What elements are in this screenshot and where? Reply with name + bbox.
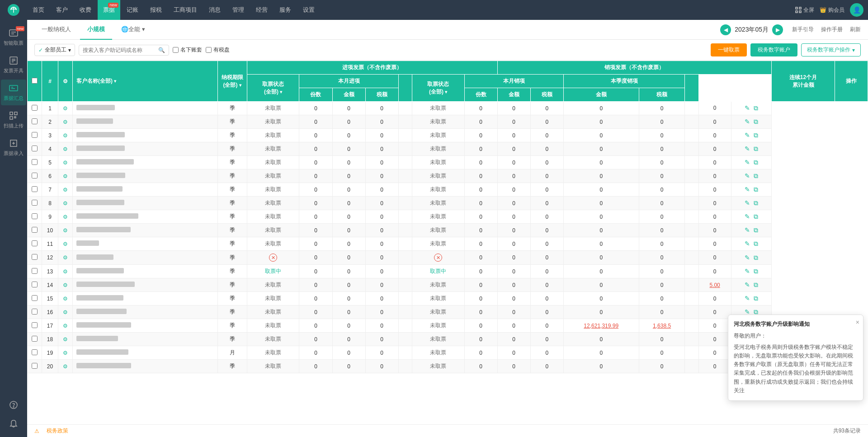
row-settings-icon[interactable]: ⚙ <box>63 200 68 207</box>
nav-manage[interactable]: 管理 <box>227 0 250 20</box>
employee-filter[interactable]: ✓ 全部员工 ▾ <box>34 44 75 56</box>
row-settings-icon[interactable]: ⚙ <box>63 119 68 125</box>
row-checkbox-5[interactable] <box>32 159 38 165</box>
row-settings-icon[interactable]: ⚙ <box>63 227 68 234</box>
row-checkbox-16[interactable] <box>32 309 38 315</box>
select-all-checkbox[interactable] <box>32 78 38 84</box>
sidebar-item-smart-ticket[interactable]: new 智能取票 <box>1 24 26 50</box>
manual-link[interactable]: 操作手册 <box>821 26 843 33</box>
edit-icon[interactable]: ✎ <box>745 159 750 166</box>
refresh-link[interactable]: 刷新 <box>850 26 861 33</box>
edit-icon[interactable]: ✎ <box>745 132 750 139</box>
row-checkbox-13[interactable] <box>32 268 38 274</box>
row-settings-icon[interactable]: ⚙ <box>63 173 68 179</box>
th-period[interactable]: 纳税期限(全部) ▾ <box>217 61 247 102</box>
vip-btn[interactable]: 👑 购会员 <box>820 6 844 14</box>
row-settings-icon[interactable]: ⚙ <box>63 268 68 275</box>
tax-policy-link[interactable]: 税务政策 <box>47 427 68 435</box>
tab-all[interactable]: 🌐 全能 ▾ <box>114 20 152 40</box>
row-checkbox-6[interactable] <box>32 173 38 179</box>
copy-icon[interactable]: ⧉ <box>754 145 758 152</box>
edit-icon[interactable]: ✎ <box>745 199 750 207</box>
row-settings-icon[interactable]: ⚙ <box>63 241 68 247</box>
copy-icon[interactable]: ⧉ <box>754 254 758 261</box>
nav-tickets[interactable]: 票据 new <box>98 0 120 20</box>
row-settings-icon[interactable]: ⚙ <box>63 323 68 329</box>
copy-icon[interactable]: ⧉ <box>754 281 758 288</box>
row-checkbox-12[interactable] <box>32 254 38 260</box>
sidebar-item-entry[interactable]: 票据录入 <box>1 135 26 160</box>
row-settings-icon[interactable]: ⚙ <box>63 336 68 343</box>
edit-icon[interactable]: ✎ <box>745 295 750 302</box>
row-checkbox-2[interactable] <box>32 118 38 124</box>
one-click-btn[interactable]: 一键取票 <box>711 43 747 56</box>
copy-icon[interactable]: ⧉ <box>754 226 758 234</box>
sidebar-item-help[interactable] <box>1 396 26 414</box>
row-settings-icon[interactable]: ⚙ <box>63 132 68 139</box>
notification-close-btn[interactable]: × <box>856 319 859 326</box>
edit-icon[interactable]: ✎ <box>745 213 750 220</box>
copy-icon[interactable]: ⧉ <box>754 240 758 247</box>
sidebar-item-scan[interactable]: 扫描上传 <box>1 107 26 133</box>
row-settings-icon[interactable]: ⚙ <box>63 363 68 370</box>
nav-fees[interactable]: 收费 <box>74 0 97 20</box>
edit-icon[interactable]: ✎ <box>745 186 750 193</box>
row-checkbox-4[interactable] <box>32 146 38 151</box>
user-avatar[interactable]: 👤 <box>850 3 863 17</box>
edit-icon[interactable]: ✎ <box>745 145 750 152</box>
tax-disk-checkbox[interactable]: 有税盘 <box>206 46 230 54</box>
nav-accounting[interactable]: 记账 <box>121 0 144 20</box>
nav-settings[interactable]: 设置 <box>297 0 320 20</box>
row-settings-icon[interactable]: ⚙ <box>63 296 68 302</box>
sidebar-item-notification[interactable] <box>1 415 26 432</box>
copy-icon[interactable]: ⧉ <box>754 118 758 125</box>
row-checkbox-7[interactable] <box>32 186 38 192</box>
copy-icon[interactable]: ⧉ <box>754 132 758 139</box>
copy-icon[interactable]: ⧉ <box>754 213 758 220</box>
th-out-status[interactable]: 取票状态(全部) ▾ <box>412 75 464 102</box>
prev-month-btn[interactable]: ◀ <box>720 24 731 35</box>
row-checkbox-10[interactable] <box>32 227 38 233</box>
edit-icon[interactable]: ✎ <box>745 118 750 125</box>
nav-messages[interactable]: 消息 <box>203 0 226 20</box>
tab-general-taxpayer[interactable]: 一般纳税人 <box>34 20 78 40</box>
row-checkbox-18[interactable] <box>32 336 38 342</box>
tax-disk-check[interactable] <box>206 47 212 53</box>
next-month-btn[interactable]: ▶ <box>772 24 783 35</box>
row-settings-icon[interactable]: ⚙ <box>63 187 68 193</box>
row-checkbox-19[interactable] <box>32 349 38 355</box>
th-in-status[interactable]: 取票状态(全部) ▾ <box>247 75 299 102</box>
nav-customer[interactable]: 客户 <box>51 0 73 20</box>
search-input[interactable] <box>83 47 156 53</box>
tab-small-scale[interactable]: 小规模 <box>80 20 112 40</box>
row-checkbox-3[interactable] <box>32 132 38 138</box>
sidebar-item-summary[interactable]: 票据汇总 <box>1 80 26 105</box>
copy-icon[interactable]: ⧉ <box>754 186 758 193</box>
digital-ops-btn[interactable]: 税务数字账户操作 ▾ <box>801 43 861 56</box>
row-settings-icon[interactable]: ⚙ <box>63 350 68 356</box>
copy-icon[interactable]: ⧉ <box>754 159 758 166</box>
sidebar-item-invoice-issue[interactable]: 发票开具 <box>1 52 26 78</box>
row-settings-icon[interactable]: ⚙ <box>63 160 68 166</box>
row-checkbox-1[interactable] <box>32 105 38 111</box>
row-settings-icon[interactable]: ⚙ <box>63 146 68 152</box>
row-settings-icon[interactable]: ⚙ <box>63 105 68 112</box>
nav-operations[interactable]: 经营 <box>250 0 273 20</box>
edit-icon[interactable]: ✎ <box>745 104 750 112</box>
th-name[interactable]: 客户名称(全部) ▾ <box>73 61 218 102</box>
tax-digital-btn[interactable]: 税务数字账户 <box>750 43 797 56</box>
row-checkbox-17[interactable] <box>32 322 38 328</box>
copy-icon[interactable]: ⧉ <box>754 268 758 275</box>
edit-icon[interactable]: ✎ <box>745 172 750 179</box>
edit-icon[interactable]: ✎ <box>745 226 750 234</box>
sub-accounts-check[interactable] <box>173 47 179 53</box>
row-settings-icon[interactable]: ⚙ <box>63 282 68 288</box>
edit-icon[interactable]: ✎ <box>745 268 750 275</box>
fullscreen-btn[interactable]: 全屏 <box>795 6 814 14</box>
copy-icon[interactable]: ⧉ <box>754 199 758 207</box>
edit-icon[interactable]: ✎ <box>745 240 750 247</box>
row-checkbox-9[interactable] <box>32 213 38 219</box>
edit-icon[interactable]: ✎ <box>745 281 750 288</box>
row-checkbox-8[interactable] <box>32 200 38 206</box>
nav-business[interactable]: 工商项目 <box>168 0 203 20</box>
